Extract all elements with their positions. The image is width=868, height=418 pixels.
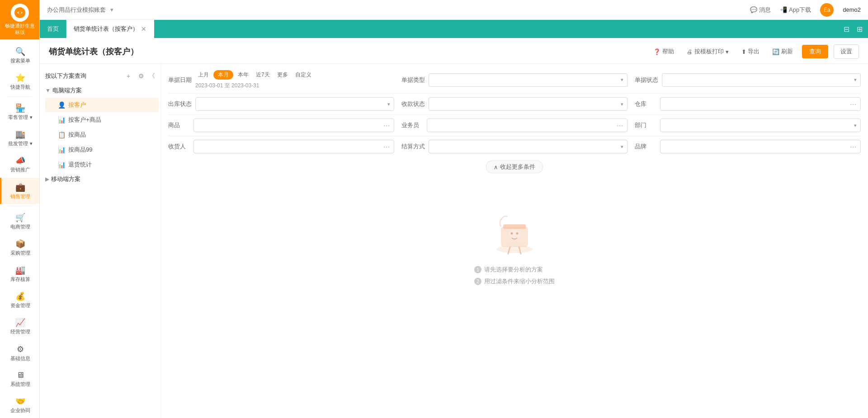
app-download-btn[interactable]: 📲 App下载: [780, 6, 811, 14]
salesperson-input[interactable]: ···: [427, 119, 627, 132]
scheme-item-by-product-99[interactable]: 📊 按商品99: [45, 142, 159, 157]
tab-home-label: 首页: [47, 25, 59, 33]
query-btn[interactable]: 查询: [802, 45, 828, 58]
section-divider-2: [168, 114, 861, 115]
date-filter-label: 单据日期: [168, 76, 192, 84]
date-quick-prev-month[interactable]: 上月: [195, 70, 212, 80]
inventory-icon: 🏭: [15, 265, 25, 275]
filter-item-receiver: 收货人 ···: [168, 140, 394, 153]
template-print-arrow: ▾: [726, 48, 729, 55]
operations-icon: 📈: [15, 318, 25, 328]
date-quick-custom[interactable]: 自定义: [292, 70, 314, 80]
desktop-group-header[interactable]: ▼ 电脑端方案: [42, 84, 159, 97]
scheme-item-by-customer[interactable]: 👤 按客户: [45, 98, 159, 112]
user-avatar-text: Ea: [824, 7, 830, 13]
sidebar-item-retail[interactable]: 🏪 零售管理 ▾: [0, 99, 39, 125]
date-range-display: 2023-03-01 至 2023-03-31: [195, 82, 394, 90]
product-dots: ···: [383, 122, 390, 129]
ecommerce-icon: 🛒: [15, 213, 25, 223]
department-input[interactable]: ▾: [660, 119, 861, 132]
receiver-input[interactable]: ···: [193, 140, 394, 153]
receipt-status-input[interactable]: ▾: [429, 97, 627, 111]
sidebar-item-operations[interactable]: 📈 经营管理: [0, 313, 39, 339]
topbar-left: 办公用品行业模拟账套 ▾: [47, 6, 118, 14]
sidebar-item-finance[interactable]: 💰 资金管理: [0, 287, 39, 313]
out-status-input[interactable]: ▾: [195, 97, 394, 111]
sidebar-item-enterprise[interactable]: 🤝 企业协同: [0, 392, 39, 418]
mobile-group-header[interactable]: ▶ 移动端方案: [42, 172, 159, 186]
date-quick-this-year[interactable]: 本年: [235, 70, 251, 80]
sidebar-item-purchase[interactable]: 📦 采购管理: [0, 234, 39, 261]
sidebar-item-search[interactable]: 🔍 搜索菜单: [0, 42, 39, 68]
settings-scheme-btn[interactable]: ⚙: [136, 71, 146, 81]
sidebar-wholesale-label: 批发管理 ▾: [8, 141, 32, 147]
filter-row-4: 收货人 ··· 结算方式 ▾: [168, 140, 861, 153]
filter-item-warehouse: 仓库 ···: [635, 97, 861, 111]
topbar-dropdown-icon[interactable]: ▾: [110, 6, 118, 14]
out-status-arrow: ▾: [387, 101, 390, 107]
collapse-more-btn[interactable]: ∧ 收起更多条件: [486, 161, 543, 173]
right-panel: 单据日期 上月 本月 本年 近7天 更多 自定义 20: [161, 64, 868, 418]
topbar: 办公用品行业模拟账套 ▾ 💬 消息 📲 App下载 Ea demo2: [40, 0, 868, 20]
svg-rect-4: [503, 224, 526, 229]
sidebar-item-inventory[interactable]: 🏭 库存核算: [0, 261, 39, 287]
date-quick-7days[interactable]: 近7天: [253, 70, 273, 80]
sidebar-enterprise-label: 企业协同: [10, 408, 30, 413]
settings-btn[interactable]: 设置: [834, 44, 859, 59]
tab-sales-stat[interactable]: 销货单统计表（按客户） ✕: [66, 20, 154, 38]
settlement-input[interactable]: ▾: [429, 140, 627, 153]
refresh-icon: 🔄: [772, 48, 779, 55]
scheme-item-by-customer-product[interactable]: 📊 按客户+商品: [45, 113, 159, 127]
tab-sales-stat-label: 销货单统计表（按客户）: [74, 25, 138, 33]
template-print-btn[interactable]: 🖨 按模板打印 ▾: [683, 46, 732, 57]
add-scheme-btn[interactable]: +: [123, 71, 133, 81]
date-quick-more[interactable]: 更多: [274, 70, 291, 80]
warehouse-input[interactable]: ···: [660, 97, 861, 111]
receiver-dots: ···: [383, 143, 390, 150]
scheme-item-by-customer-label: 按客户: [68, 101, 86, 109]
tab-sales-stat-close[interactable]: ✕: [141, 26, 146, 32]
order-type-label: 单据类型: [401, 76, 425, 84]
sidebar-item-wholesale[interactable]: 🏬 批发管理 ▾: [0, 125, 39, 151]
tab-maximize-icon[interactable]: ⊞: [855, 23, 864, 35]
desktop-group-arrow: ▼: [45, 87, 51, 94]
sidebar-item-system[interactable]: 🖥 系统管理: [0, 366, 39, 392]
order-type-arrow: ▾: [621, 77, 623, 83]
date-quick-this-month[interactable]: 本月: [213, 70, 233, 80]
tab-home[interactable]: 首页: [40, 20, 66, 38]
messages-icon: 💬: [750, 6, 757, 13]
help-btn[interactable]: ❓ 帮助: [650, 46, 678, 57]
product-input[interactable]: ···: [193, 119, 394, 132]
refresh-btn[interactable]: 🔄 刷新: [769, 46, 797, 57]
export-btn[interactable]: ⬆ 导出: [738, 46, 763, 57]
app-download-label: App下载: [789, 6, 811, 14]
sidebar-item-basic[interactable]: ⚙ 基础信息: [0, 340, 39, 366]
help-icon: ❓: [653, 48, 660, 55]
brand-input[interactable]: ···: [660, 140, 861, 153]
sidebar: 畅捷通好生意标版 🔍 搜索菜单 ⭐ 快捷导航 🏪 零售管理 ▾ 🏬 批发管理 ▾…: [0, 0, 40, 418]
basic-icon: ⚙: [17, 344, 24, 354]
sidebar-item-shortcut[interactable]: ⭐ 快捷导航: [0, 68, 39, 95]
tip-text-2: 用过滤条件来缩小分析范围: [484, 277, 555, 285]
logo-area[interactable]: 畅捷通好生意标版: [0, 0, 39, 39]
sidebar-item-ecommerce[interactable]: 🛒 电商管理: [0, 208, 39, 234]
sidebar-marketing-label: 营销推广: [10, 167, 30, 173]
order-status-input[interactable]: ▾: [662, 73, 861, 87]
sidebar-inventory-label: 库存核算: [10, 276, 30, 282]
sidebar-item-marketing[interactable]: 📣 营销推广: [0, 151, 39, 177]
marketing-icon: 📣: [15, 156, 25, 166]
scheme-item-by-product[interactable]: 📋 按商品: [45, 128, 159, 142]
export-label: 导出: [748, 48, 760, 56]
scheme-item-return-stat[interactable]: 📊 退货统计: [45, 157, 159, 172]
messages-btn[interactable]: 💬 消息: [750, 6, 771, 14]
wholesale-icon: 🏬: [15, 129, 25, 139]
collapse-panel-btn[interactable]: 《: [149, 72, 155, 80]
content-layout: 按以下方案查询 + ⚙ 《 ▼ 电脑端方案: [40, 64, 868, 418]
user-avatar[interactable]: Ea: [820, 3, 834, 17]
tab-minimize-icon[interactable]: ⊟: [842, 23, 851, 35]
sidebar-item-sales[interactable]: 💼 销售管理: [0, 178, 39, 204]
order-type-input[interactable]: ▾: [429, 73, 627, 87]
empty-state: 1 请先选择要分析的方案 2 用过滤条件来缩小分析范围: [168, 177, 861, 316]
panel-actions: + ⚙ 《: [123, 71, 155, 81]
customer-product-icon: 📊: [58, 116, 66, 124]
